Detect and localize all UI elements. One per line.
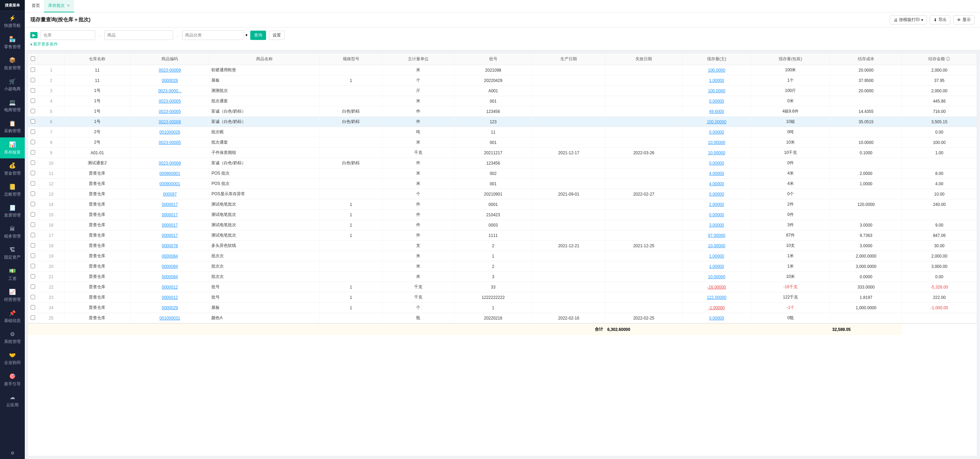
row-exp-date: 2022-03-26 — [605, 148, 682, 158]
sidebar-item-system[interactable]: ⚙ 系统管理 — [0, 327, 25, 348]
table-row: 9 A01-01 子件保质期组 千克 20211217 2021-12-17 2… — [28, 148, 977, 158]
product-input[interactable] — [104, 30, 173, 40]
tab-home[interactable]: 首页 — [27, 0, 44, 13]
page-header: 现存量查询(按仓库＋批次) 🖨 按模版打印 ▾ ⬇ 导出 👁 显示 — [25, 13, 980, 27]
row-checkbox[interactable] — [28, 230, 38, 241]
row-checkbox[interactable] — [28, 86, 38, 96]
col-spec: 规格型号 — [320, 53, 382, 65]
print-button[interactable]: 🖨 按模版打印 ▾ — [890, 15, 927, 24]
table-row: 14 普查仓库 0000017 测试电笔批次 1 件 0001 2.00000 … — [28, 199, 977, 210]
row-checkbox[interactable] — [28, 313, 38, 324]
row-prod-date — [532, 230, 605, 241]
expand-conditions-button[interactable]: ▾ 展开更多条件 — [30, 41, 975, 47]
row-checkbox[interactable] — [28, 179, 38, 189]
sidebar-item-retail[interactable]: 🏪 零售管理 — [0, 32, 25, 53]
sidebar-item-operations[interactable]: 📈 经营管理 — [0, 285, 25, 306]
sidebar-item-ecom[interactable]: 💻 电商管理 — [0, 96, 25, 116]
row-checkbox[interactable] — [28, 199, 38, 210]
row-unit-cost: 37.9500 — [830, 75, 902, 86]
main-content: 首页 库存批次 ✕ 现存量查询(按仓库＋批次) 🖨 按模版打印 ▾ ⬇ 导出 👁… — [25, 0, 980, 459]
row-checkbox[interactable] — [28, 75, 38, 86]
cloud-icon: ☁ — [2, 394, 24, 401]
row-checkbox[interactable] — [28, 96, 38, 107]
row-unit: 千克 — [382, 148, 454, 158]
sidebar-item-quicknav[interactable]: ⚡ 快捷导航 — [0, 11, 25, 32]
row-checkbox[interactable] — [28, 148, 38, 158]
row-batch: 20220429 — [454, 75, 532, 86]
sidebar-item-purchase[interactable]: 📋 采购管理 — [0, 116, 25, 137]
sidebar-settings[interactable]: ⚙ — [0, 447, 25, 459]
row-prod-date — [532, 210, 605, 220]
row-checkbox[interactable] — [28, 158, 38, 168]
warehouse-input[interactable] — [40, 30, 95, 40]
expand-arrow[interactable]: ▶ — [30, 32, 38, 38]
row-checkbox[interactable] — [28, 251, 38, 261]
row-name: 展板 — [209, 303, 320, 313]
row-amount: 240.00 — [902, 199, 977, 210]
setting-button[interactable]: 设置 — [269, 31, 285, 40]
row-batch: 1 — [454, 303, 532, 313]
row-amount: 10.00 — [902, 189, 977, 199]
row-name: 批次昵 — [209, 127, 320, 137]
row-checkbox[interactable] — [28, 303, 38, 313]
category-dropdown-icon[interactable]: ▾ — [245, 33, 248, 38]
row-num: 25 — [38, 313, 64, 324]
row-name: 富诚（白色/奶棕） — [209, 158, 320, 168]
row-warehouse: 普查仓库 — [64, 313, 130, 324]
row-num: 17 — [38, 230, 64, 241]
row-checkbox[interactable] — [28, 261, 38, 272]
sidebar-logo: 搜索菜单 — [0, 0, 25, 11]
sidebar-item-inventory[interactable]: 📊 库存核算 — [0, 137, 25, 158]
row-checkbox[interactable] — [28, 65, 38, 75]
export-button[interactable]: ⬇ 导出 — [930, 15, 950, 24]
row-unit-cost: 2,000.0000 — [830, 251, 902, 261]
filter-expand-toggle[interactable]: ▶ — [30, 32, 38, 38]
row-warehouse: 普查仓库 — [64, 168, 130, 179]
tab-batch[interactable]: 库存批次 ✕ — [44, 0, 74, 13]
sidebar-item-finance[interactable]: 💰 资金管理 — [0, 158, 25, 179]
row-checkbox[interactable] — [28, 127, 38, 137]
row-prod-date: 2021-09-01 — [532, 189, 605, 199]
tax-icon: 🏛 — [2, 225, 24, 233]
sidebar-item-collab[interactable]: 🤝 企业协同 — [0, 348, 25, 369]
top-tabs: 首页 库存批次 ✕ — [25, 0, 980, 13]
sidebar-item-tax[interactable]: 🏛 税务管理 — [0, 222, 25, 243]
row-checkbox[interactable] — [28, 137, 38, 148]
row-num: 21 — [38, 272, 64, 282]
row-name: 测试电笔批次 — [209, 210, 320, 220]
row-checkbox[interactable] — [28, 210, 38, 220]
sidebar-item-assets[interactable]: 🏗 固定资产 — [0, 243, 25, 264]
row-checkbox[interactable] — [28, 107, 38, 117]
row-qty-main: 10.00000 — [682, 148, 751, 158]
row-code: 0023-00009 — [130, 65, 209, 75]
row-unit-cost — [830, 158, 902, 168]
row-batch: 123 — [454, 117, 532, 127]
sidebar-item-ledger[interactable]: 📒 总账管理 — [0, 180, 25, 201]
display-button[interactable]: 👁 显示 — [953, 15, 975, 24]
sidebar-item-cloud[interactable]: ☁ 云应用 — [0, 390, 25, 411]
sidebar-item-mini-ecom[interactable]: 🛒 小超电商 — [0, 74, 25, 96]
row-checkbox[interactable] — [28, 241, 38, 251]
row-spec — [320, 65, 382, 75]
col-checkbox[interactable] — [28, 53, 38, 65]
row-checkbox[interactable] — [28, 292, 38, 303]
sidebar-item-basics[interactable]: 📌 基础信息 — [0, 306, 25, 327]
search-button[interactable]: 查询 — [250, 31, 266, 40]
sidebar-item-salary[interactable]: 💵 工资 — [0, 264, 25, 285]
category-input[interactable] — [182, 30, 244, 40]
row-checkbox[interactable] — [28, 189, 38, 199]
row-code: 001000026 — [130, 127, 209, 137]
row-checkbox[interactable] — [28, 220, 38, 230]
row-amount: 445.86 — [902, 96, 977, 107]
select-all-checkbox[interactable] — [31, 56, 35, 61]
row-checkbox[interactable] — [28, 117, 38, 127]
sidebar-item-guide[interactable]: 🎯 新手引导 — [0, 369, 25, 390]
row-checkbox[interactable] — [28, 168, 38, 179]
sidebar-item-invoice[interactable]: 🧾 发票管理 — [0, 201, 25, 222]
sidebar-item-wholesale[interactable]: 📦 批发管理 — [0, 53, 25, 74]
row-checkbox[interactable] — [28, 272, 38, 282]
row-checkbox[interactable] — [28, 282, 38, 292]
row-exp-date — [605, 168, 682, 179]
row-warehouse: 普查仓库 — [64, 199, 130, 210]
tab-close-button[interactable]: ✕ — [67, 3, 70, 8]
